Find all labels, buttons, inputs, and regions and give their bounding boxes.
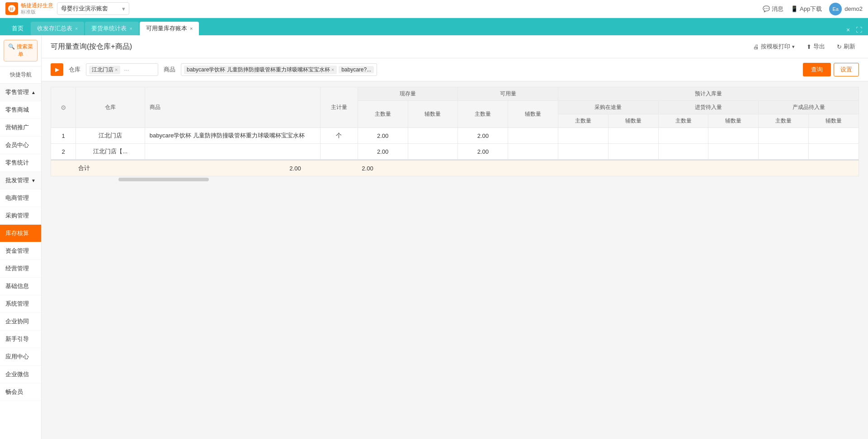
cell-available-aux [508,128,558,144]
sidebar-item-label-retail-stats: 零售统计 [5,159,29,167]
sidebar-item-inventory-check[interactable]: 库存核算 [0,225,41,242]
cell-unit: 个 [320,128,358,144]
warehouse-filter-more[interactable]: ··· [122,66,131,73]
nav-tabs: 首页 收发存汇总表 × 要货单统计表 × 可用量库存账本 × × ⛶ [0,18,868,35]
sidebar-item-enterprise-wechat[interactable]: 企业微信 [0,366,41,383]
sidebar-item-finance-mgmt[interactable]: 资金管理 [0,242,41,260]
sidebar-item-retail-stats[interactable]: 零售统计 [0,154,41,172]
print-dropdown-icon: ▾ [792,44,795,50]
logo-sub: 标准版 [21,9,53,15]
sidebar-item-label-enterprise-collab: 企业协同 [5,317,29,326]
print-label: 按模板打印 [761,42,790,51]
cell-purchase-transit-aux [608,144,658,160]
tab-home[interactable]: 首页 [5,22,30,35]
sidebar-item-label-app-center: 应用中心 [5,353,29,361]
cell-warehouse: 江北门店 [76,128,145,144]
gear-icon[interactable]: ⚙ [61,104,66,111]
filter-actions: 查询 设置 [803,63,859,76]
table-row[interactable]: 2 江北门店【... 2.00 2.00 [51,144,859,160]
warehouse-filter-input[interactable]: 江北门店 × ··· [86,63,158,76]
export-action[interactable]: ⬆ 导出 [803,41,829,52]
th-purchase-transit-aux: 辅数量 [608,114,658,128]
cell-stock-main: 2.00 [358,128,408,144]
table-footer: 合计 2.00 2.00 [51,160,859,176]
close-window-btn[interactable]: × [844,26,852,33]
sidebar-item-label-retail-mall: 零售商城 [5,106,29,114]
sidebar-item-label-operations-mgmt: 经营管理 [5,264,29,273]
sidebar-item-enterprise-collab[interactable]: 企业协同 [0,313,41,330]
product-filter-input[interactable]: babycare学饮杯 儿童防摔防撞吸管杯重力球吸嘴杯宝宝水杯 × babyca… [181,63,377,76]
sidebar-item-wholesale-mgmt[interactable]: 批发管理 ▼ [0,172,41,189]
tab-receive-summary[interactable]: 收发存汇总表 × [31,22,84,35]
export-icon: ⬆ [807,43,811,50]
sidebar-item-basic-info[interactable]: 基础信息 [0,278,41,295]
tab-available-stock[interactable]: 可用量库存账本 × [140,22,199,35]
product-filter-label: 商品 [164,66,175,74]
sidebar-item-system-mgmt[interactable]: 系统管理 [0,295,41,313]
message-action[interactable]: 💬 消息 [763,5,783,13]
print-action[interactable]: 🖨 按模板打印 ▾ [750,41,798,52]
th-purchase-transit-label: 采购在途量 [594,104,622,110]
cell-production-pending-aux [809,128,859,144]
tab-available-stock-close[interactable]: × [190,26,193,31]
sidebar-item-marketing[interactable]: 营销推广 [0,119,41,137]
cell-production-pending-aux [809,144,859,160]
cell-available-main: 2.00 [458,144,508,160]
tenant-dropdown-icon: ▾ [122,5,125,12]
sidebar-item-new-guide[interactable]: 新手引导 [0,330,41,348]
logo-text-block: 畅捷通好生意 标准版 [21,2,53,15]
scrollbar-thumb[interactable] [118,178,209,181]
product-tag-text-0: babycare学饮杯 儿童防摔防撞吸管杯重力球吸嘴杯宝宝水杯 [187,66,330,74]
sidebar-item-member-center[interactable]: 会员中心 [0,137,41,154]
th-stock-main-label: 主数量 [375,111,391,117]
app-download-action[interactable]: 📱 App下载 [791,5,822,13]
sidebar-item-label-marketing: 营销推广 [5,123,29,132]
tenant-selector[interactable]: 母婴行业演示账套 ▾ [57,2,129,15]
sidebar-item-label-pro-member: 畅会员 [5,388,23,396]
tab-order-stats-label: 要货单统计表 [91,24,127,33]
tab-order-stats[interactable]: 要货单统计表 × [85,22,138,35]
sidebar-search-area: 🔍 搜索菜单 [0,35,41,66]
refresh-action[interactable]: ↻ 刷新 [833,41,859,52]
th-plan-in-group-label: 预计入库量 [695,90,722,97]
sidebar-item-pro-member[interactable]: 畅会员 [0,383,41,401]
page-title: 可用量查询(按仓库+商品) [51,42,132,52]
th-product-label: 商品 [150,104,160,110]
sidebar-item-app-center[interactable]: 应用中心 [0,348,41,366]
user-name: demo2 [844,5,863,12]
th-plan-in-group: 预计入库量 [558,87,859,101]
user-area[interactable]: Ea demo2 [829,3,863,15]
main-layout: 🔍 搜索菜单 快捷导航 零售管理 ▲ 零售商城 营销推广 会员中心 零售统计 [0,35,868,439]
filter-toggle-btn[interactable]: ▶ [51,63,63,76]
warehouse-tag-close[interactable]: × [115,67,118,72]
th-warehouse-label: 仓库 [105,104,116,110]
sidebar-item-purchase-mgmt[interactable]: 采购管理 [0,207,41,225]
th-available-aux: 辅数量 [508,101,558,128]
sidebar-item-retail-mall[interactable]: 零售商城 [0,101,41,119]
search-menu-label: 搜索菜单 [17,43,33,57]
search-menu-button[interactable]: 🔍 搜索菜单 [4,40,38,61]
warehouse-filter-label: 仓库 [69,66,80,74]
th-purchase-transit-group: 采购在途量 [558,101,659,114]
cell-unit [320,144,358,160]
maximize-window-btn[interactable]: ⛶ [855,26,863,33]
sidebar-item-quick-nav[interactable]: 快捷导航 [0,66,41,84]
sidebar-item-ecommerce-mgmt[interactable]: 电商管理 [0,189,41,207]
sidebar-item-label-system-mgmt: 系统管理 [5,300,29,308]
horizontal-scrollbar[interactable] [51,176,859,183]
th-available-main: 主数量 [458,101,508,128]
settings-button[interactable]: 设置 [834,63,859,76]
table-row[interactable]: 1 江北门店 babycare学饮杯 儿童防摔防撞吸管杯重力球吸嘴杯宝宝水杯 个… [51,128,859,144]
th-incoming-pending-aux: 辅数量 [708,114,759,128]
th-stock-group: 现存量 [358,87,458,101]
sidebar-item-retail-mgmt[interactable]: 零售管理 ▲ [0,84,41,101]
tab-order-stats-close[interactable]: × [129,26,132,31]
sidebar-item-operations-mgmt[interactable]: 经营管理 [0,260,41,278]
query-button[interactable]: 查询 [803,63,831,76]
product-tag-close-0[interactable]: × [331,67,334,72]
th-purchase-transit-main: 主数量 [558,114,609,128]
message-icon: 💬 [763,5,770,12]
tab-receive-summary-close[interactable]: × [75,26,78,31]
svg-text:好: 好 [9,7,14,11]
cell-incoming-pending-aux [708,128,759,144]
